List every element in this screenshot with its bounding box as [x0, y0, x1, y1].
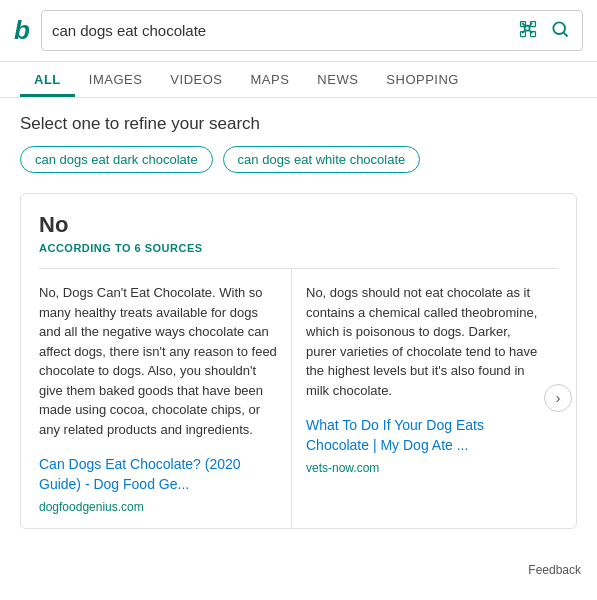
result-url-2: vets-now.com: [306, 461, 379, 475]
svg-line-6: [564, 33, 568, 37]
answer-col-1: No, Dogs Can't Eat Chocolate. With so ma…: [39, 268, 291, 528]
refine-title: Select one to refine your search: [20, 114, 577, 134]
refine-buttons: can dogs eat dark chocolate can dogs eat…: [20, 146, 577, 173]
svg-point-5: [553, 22, 565, 34]
main-content: Select one to refine your search can dog…: [0, 98, 597, 555]
result-title-2[interactable]: What To Do If Your Dog Eats Chocolate | …: [306, 416, 544, 455]
answer-text: No: [39, 212, 558, 238]
tab-maps[interactable]: MAPS: [236, 62, 303, 97]
answer-results: No, Dogs Can't Eat Chocolate. With so ma…: [39, 268, 558, 528]
search-icons: [516, 17, 572, 44]
tab-shopping[interactable]: SHOPPING: [372, 62, 473, 97]
search-box: [41, 10, 583, 51]
tab-images[interactable]: IMAGES: [75, 62, 157, 97]
search-input[interactable]: [52, 22, 508, 39]
search-icon[interactable]: [548, 17, 572, 44]
tab-videos[interactable]: VIDEOS: [156, 62, 236, 97]
result-url-1: dogfoodgenius.com: [39, 500, 144, 514]
refine-btn-white-chocolate[interactable]: can dogs eat white chocolate: [223, 146, 421, 173]
visual-search-icon[interactable]: [516, 17, 540, 44]
bing-logo: b: [14, 15, 29, 46]
answer-card: No ACCORDING TO 6 SOURCES No, Dogs Can't…: [20, 193, 577, 529]
tab-news[interactable]: NEWS: [303, 62, 372, 97]
answer-body-1: No, Dogs Can't Eat Chocolate. With so ma…: [39, 283, 277, 439]
refine-btn-dark-chocolate[interactable]: can dogs eat dark chocolate: [20, 146, 213, 173]
tab-all[interactable]: ALL: [20, 62, 75, 97]
answer-body-2: No, dogs should not eat chocolate as it …: [306, 283, 544, 400]
answer-col-2: No, dogs should not eat chocolate as it …: [291, 268, 558, 528]
refine-section: Select one to refine your search can dog…: [20, 114, 577, 173]
next-results-chevron[interactable]: ›: [544, 384, 572, 412]
result-title-1[interactable]: Can Dogs Eat Chocolate? (2020 Guide) - D…: [39, 455, 277, 494]
feedback-bar: Feedback: [0, 555, 597, 581]
nav-tabs: ALL IMAGES VIDEOS MAPS NEWS SHOPPING: [0, 62, 597, 98]
feedback-label[interactable]: Feedback: [528, 563, 581, 577]
answer-sources: ACCORDING TO 6 SOURCES: [39, 242, 558, 254]
header: b: [0, 0, 597, 62]
